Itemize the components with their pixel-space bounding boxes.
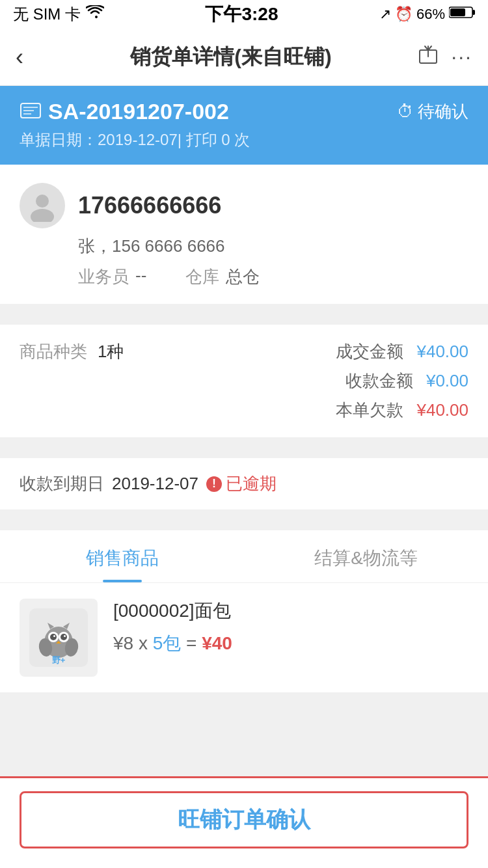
- product-count: 商品种类 1种: [20, 340, 124, 363]
- product-info: [0000002]面包 ¥8 x 5包 = ¥40: [113, 599, 468, 656]
- battery-text: 66%: [416, 6, 445, 23]
- location-icon: ↗: [379, 6, 391, 23]
- product-total: ¥40: [202, 633, 232, 653]
- svg-point-9: [36, 195, 49, 208]
- due-section: 收款到期日 2019-12-07 ! 已逾期: [0, 458, 488, 509]
- price-text: ¥8 x: [113, 633, 153, 653]
- due-label: 收款到期日: [20, 472, 104, 495]
- clock-icon: ⏰: [395, 6, 413, 23]
- back-button[interactable]: ‹: [16, 44, 55, 71]
- contact-section: 17666666666 张，156 6666 6666 业务员 -- 仓库 总仓: [0, 165, 488, 304]
- order-date: 单据日期：2019-12-07| 打印 0 次: [20, 129, 468, 150]
- order-id: SA-20191207-002: [20, 99, 229, 124]
- due-date: 2019-12-07: [112, 474, 198, 494]
- product-section: 野+ [0000002]面包 ¥8 x 5包 = ¥40: [0, 583, 488, 692]
- summary-section: 商品种类 1种 成交金额 ¥40.00 收款金额 ¥0.00 本单欠款 ¥40.…: [0, 325, 488, 437]
- overdue-dot-icon: !: [206, 476, 222, 492]
- product-image: 野+: [20, 599, 98, 677]
- owed-label: 本单欠款: [336, 399, 403, 422]
- order-invoice-icon: [20, 99, 42, 124]
- product-name: [0000002]面包: [113, 599, 468, 623]
- svg-point-15: [50, 634, 57, 640]
- nav-bar: ‹ 销货单详情(来自旺铺) ···: [0, 29, 488, 86]
- tabs-section: 销售商品 结算&物流等: [0, 530, 488, 692]
- svg-point-16: [61, 634, 67, 640]
- status-bar: 无 SIM 卡 下午3:28 ↗ ⏰ 66%: [0, 0, 488, 29]
- amount-label: 成交金额: [336, 340, 403, 363]
- product-qty: 5包: [153, 633, 182, 653]
- overdue-text: 已逾期: [226, 472, 277, 495]
- nav-actions: ···: [407, 45, 472, 69]
- svg-point-17: [53, 635, 55, 637]
- order-status: ⏱ 待确认: [397, 100, 468, 123]
- avatar: [20, 183, 65, 228]
- received-value: ¥0.00: [426, 371, 468, 391]
- owed-value: ¥40.00: [416, 400, 468, 420]
- divider-1: [0, 314, 488, 325]
- wifi-icon: [86, 5, 104, 23]
- product-price: ¥8 x 5包 = ¥40: [113, 631, 468, 656]
- contact-phone: 17666666666: [78, 192, 221, 219]
- contact-meta: 业务员 -- 仓库 总仓: [78, 265, 468, 288]
- svg-rect-1: [472, 10, 475, 15]
- share-icon[interactable]: [418, 45, 438, 69]
- overdue-badge: ! 已逾期: [206, 472, 277, 495]
- svg-text:野+: 野+: [52, 655, 66, 665]
- more-icon[interactable]: ···: [451, 45, 472, 69]
- page-title: 销货单详情(来自旺铺): [55, 43, 407, 72]
- status-clock-icon: ⏱: [397, 102, 414, 122]
- equals-text: =: [181, 633, 202, 653]
- battery-icon: [449, 6, 475, 23]
- sales-label: 业务员: [78, 265, 129, 288]
- tabs-bar: 销售商品 结算&物流等: [0, 530, 488, 583]
- divider-3: [0, 520, 488, 530]
- svg-rect-2: [450, 8, 465, 16]
- divider-2: [0, 448, 488, 458]
- svg-point-18: [64, 635, 66, 637]
- status-time: 下午3:28: [205, 2, 278, 27]
- confirm-order-button[interactable]: 旺铺订单确认: [20, 791, 468, 848]
- amount-value: ¥40.00: [416, 342, 468, 362]
- sales-value: --: [135, 265, 146, 288]
- tab-settlement[interactable]: 结算&物流等: [244, 530, 488, 582]
- warehouse-label: 仓库: [185, 265, 219, 288]
- carrier-text: 无 SIM 卡: [13, 4, 81, 25]
- status-right: ↗ ⏰ 66%: [379, 6, 475, 23]
- svg-point-10: [31, 209, 54, 222]
- status-left: 无 SIM 卡: [13, 4, 104, 25]
- contact-name: 张，156 6666 6666: [78, 235, 468, 258]
- warehouse-value: 总仓: [226, 265, 260, 288]
- order-header: SA-20191207-002 ⏱ 待确认 单据日期：2019-12-07| 打…: [0, 86, 488, 165]
- amounts: 成交金额 ¥40.00 收款金额 ¥0.00 本单欠款 ¥40.00: [336, 340, 468, 422]
- tab-sales-products[interactable]: 销售商品: [0, 530, 244, 582]
- confirm-btn-wrapper: 旺铺订单确认: [0, 776, 488, 868]
- received-label: 收款金额: [346, 370, 413, 392]
